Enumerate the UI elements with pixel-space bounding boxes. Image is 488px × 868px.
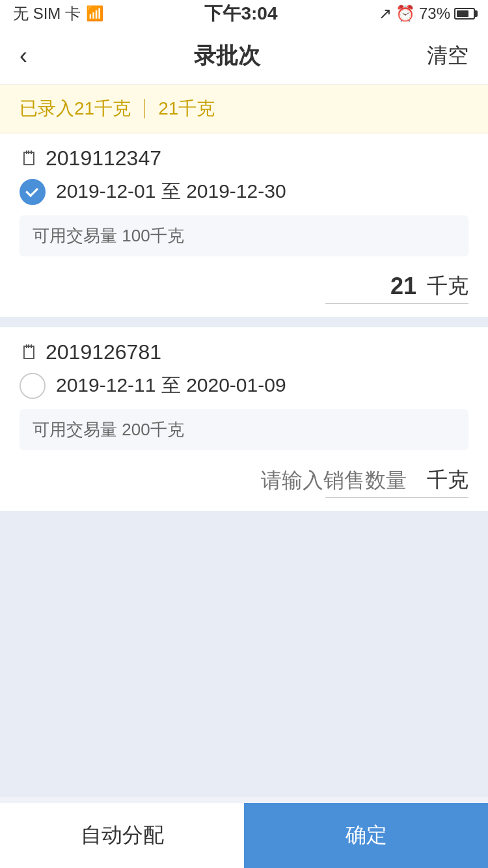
back-button[interactable]: ‹ xyxy=(20,42,27,70)
batch1-quantity-unit: 千克 xyxy=(427,272,468,301)
batch1-id: 2019112347 xyxy=(46,146,161,170)
banner-divider xyxy=(144,99,145,118)
recorded-label: 已录入21千克 xyxy=(20,96,131,121)
batch1-quantity-row: 21 千克 xyxy=(0,259,488,301)
battery-icon xyxy=(454,8,475,20)
batch2-quantity-input[interactable] xyxy=(208,468,416,493)
page-title: 录批次 xyxy=(194,41,260,71)
empty-area xyxy=(0,511,488,797)
batch2-date: 2019-12-11 至 2020-01-09 xyxy=(56,372,286,399)
wifi-icon: 📶 xyxy=(86,5,103,22)
location-icon: ↗ xyxy=(379,5,392,23)
battery-percent: 73% xyxy=(419,5,450,23)
batch2-id-row: 🗒 2019126781 xyxy=(20,340,468,364)
batch1-card: 🗒 2019112347 2019-12-01 至 2019-12-30 可用交… xyxy=(0,133,488,317)
status-left: 无 SIM 卡 📶 xyxy=(13,3,103,24)
batch1-id-row: 🗒 2019112347 xyxy=(20,146,468,170)
clear-button[interactable]: 清空 xyxy=(427,42,468,70)
batch2-icon: 🗒 xyxy=(20,342,39,364)
nav-bar: ‹ 录批次 清空 xyxy=(0,27,488,85)
batch1-date-row[interactable]: 2019-12-01 至 2019-12-30 xyxy=(20,178,468,205)
confirm-button[interactable]: 确定 xyxy=(244,803,488,868)
section-divider xyxy=(0,317,488,327)
status-bar: 无 SIM 卡 📶 下午3:04 ↗ ⏰ 73% xyxy=(0,0,488,27)
batch2-radio[interactable] xyxy=(20,373,46,399)
batch2-id: 2019126781 xyxy=(46,340,161,364)
batch1-quantity-value: 21 xyxy=(390,273,416,300)
batch2-available: 可用交易量 200千克 xyxy=(20,409,468,450)
batch2-content: 🗒 2019126781 2019-12-11 至 2020-01-09 可用交… xyxy=(0,327,488,450)
recorded-value: 21千克 xyxy=(158,96,215,121)
alarm-icon: ⏰ xyxy=(396,5,415,23)
bottom-bar: 自动分配 确定 xyxy=(0,803,488,868)
batch1-content: 🗒 2019112347 2019-12-01 至 2019-12-30 可用交… xyxy=(0,133,488,256)
info-banner: 已录入21千克 21千克 xyxy=(0,85,488,133)
batch2-date-row[interactable]: 2019-12-11 至 2020-01-09 xyxy=(20,372,468,399)
auto-distribute-button[interactable]: 自动分配 xyxy=(0,803,244,868)
status-right: ↗ ⏰ 73% xyxy=(379,5,475,23)
status-time: 下午3:04 xyxy=(204,1,277,26)
sim-label: 无 SIM 卡 xyxy=(13,3,81,24)
batch2-input-unit: 千克 xyxy=(427,466,468,495)
batch1-icon: 🗒 xyxy=(20,148,39,170)
batch1-available: 可用交易量 100千克 xyxy=(20,215,468,256)
batch1-radio[interactable] xyxy=(20,179,46,205)
batch2-card: 🗒 2019126781 2019-12-11 至 2020-01-09 可用交… xyxy=(0,327,488,511)
batch1-date: 2019-12-01 至 2019-12-30 xyxy=(56,178,286,205)
batch2-input-row: 千克 xyxy=(0,453,488,495)
